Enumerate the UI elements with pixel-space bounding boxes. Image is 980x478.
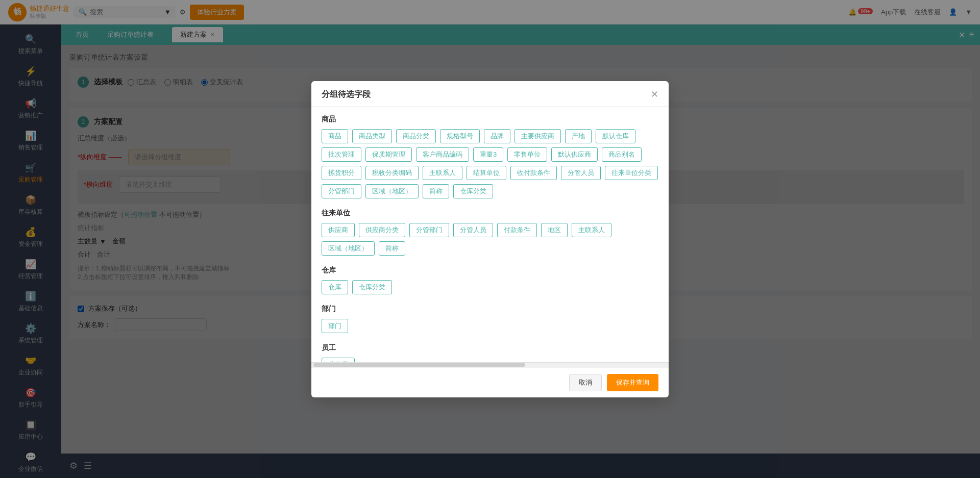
dialog-close-icon[interactable]: ✕ [651, 90, 658, 99]
field-tag[interactable]: 仓库 [322, 280, 348, 294]
field-tag[interactable]: 零售单位 [507, 147, 547, 162]
field-tag[interactable]: 默认仓库 [596, 129, 635, 143]
field-select-dialog: 分组待选字段 ✕ 商品 商品 商品类型 商品分类 规格型号 品牌 主要供应商 产… [311, 81, 669, 397]
field-tag[interactable]: 业务员 [322, 358, 355, 363]
field-tag[interactable]: 商品 [322, 129, 348, 143]
field-tag[interactable]: 地区 [541, 223, 568, 237]
field-tag[interactable]: 产地 [565, 129, 592, 143]
save-query-button[interactable]: 保存并查询 [607, 374, 658, 391]
section-goods: 商品 商品 商品类型 商品分类 规格型号 品牌 主要供应商 产地 默认仓库 批次… [322, 115, 658, 198]
section-department-fields: 部门 [322, 319, 658, 333]
field-tag[interactable]: 默认供应商 [551, 147, 598, 162]
dialog-body: 商品 商品 商品类型 商品分类 规格型号 品牌 主要供应商 产地 默认仓库 批次… [311, 107, 669, 363]
field-tag[interactable]: 区域（地区） [322, 241, 375, 256]
section-staff-fields: 业务员 [322, 358, 658, 363]
field-tag[interactable]: 简称 [379, 241, 405, 256]
field-tag[interactable]: 品牌 [484, 129, 510, 143]
dialog-h-scrollbar[interactable] [311, 362, 669, 367]
dialog-header: 分组待选字段 ✕ [311, 81, 669, 107]
field-tag[interactable]: 简称 [423, 184, 449, 198]
section-goods-title: 商品 [322, 115, 658, 124]
section-department: 部门 部门 [322, 305, 658, 333]
field-tag[interactable]: 仓库分类 [453, 184, 493, 198]
field-tag[interactable]: 分管部门 [322, 184, 361, 198]
dialog-footer: 取消 保存并查询 [311, 367, 669, 397]
field-tag[interactable]: 批次管理 [322, 147, 361, 162]
section-warehouse-title: 仓库 [322, 266, 658, 275]
field-tag[interactable]: 商品类型 [352, 129, 392, 143]
cancel-button[interactable]: 取消 [569, 374, 602, 391]
section-counterpart-fields: 供应商 供应商分类 分管部门 分管人员 付款条件 地区 主联系人 区域（地区） … [322, 223, 658, 256]
field-tag[interactable]: 分管人员 [561, 166, 601, 180]
field-tag[interactable]: 结算单位 [467, 166, 506, 180]
field-tag[interactable]: 拣货积分 [322, 166, 361, 180]
section-staff: 员工 业务员 [322, 343, 658, 363]
field-tag[interactable]: 保质期管理 [365, 147, 412, 162]
field-tag[interactable]: 商品别名 [602, 147, 642, 162]
field-tag[interactable]: 分管部门 [409, 223, 449, 237]
field-tag[interactable]: 收付款条件 [510, 166, 557, 180]
field-tag[interactable]: 规格型号 [440, 129, 480, 143]
section-department-title: 部门 [322, 305, 658, 314]
field-tag[interactable]: 主要供应商 [514, 129, 561, 143]
field-tag[interactable]: 客户商品编码 [416, 147, 469, 162]
field-tag[interactable]: 商品分类 [396, 129, 436, 143]
field-tag[interactable]: 主联系人 [423, 166, 462, 180]
field-tag[interactable]: 主联系人 [572, 223, 611, 237]
field-tag[interactable]: 付款条件 [497, 223, 537, 237]
field-tag[interactable]: 税收分类编码 [365, 166, 419, 180]
dialog-overlay: 分组待选字段 ✕ 商品 商品 商品类型 商品分类 规格型号 品牌 主要供应商 产… [0, 0, 980, 478]
field-tag[interactable]: 供应商分类 [359, 223, 405, 237]
h-scroll-thumb [313, 363, 525, 367]
field-tag[interactable]: 分管人员 [453, 223, 493, 237]
field-tag[interactable]: 部门 [322, 319, 348, 333]
field-tag[interactable]: 重量3 [473, 147, 503, 162]
section-counterpart: 往来单位 供应商 供应商分类 分管部门 分管人员 付款条件 地区 主联系人 区域… [322, 209, 658, 256]
section-counterpart-title: 往来单位 [322, 209, 658, 218]
section-goods-fields: 商品 商品类型 商品分类 规格型号 品牌 主要供应商 产地 默认仓库 批次管理 … [322, 129, 658, 198]
field-tag[interactable]: 区域（地区） [365, 184, 419, 198]
dialog-title: 分组待选字段 [322, 89, 371, 100]
section-staff-title: 员工 [322, 343, 658, 353]
section-warehouse: 仓库 仓库 仓库分类 [322, 266, 658, 294]
section-warehouse-fields: 仓库 仓库分类 [322, 280, 658, 294]
field-tag[interactable]: 供应商 [322, 223, 355, 237]
field-tag[interactable]: 往来单位分类 [605, 166, 658, 180]
field-tag[interactable]: 仓库分类 [352, 280, 392, 294]
